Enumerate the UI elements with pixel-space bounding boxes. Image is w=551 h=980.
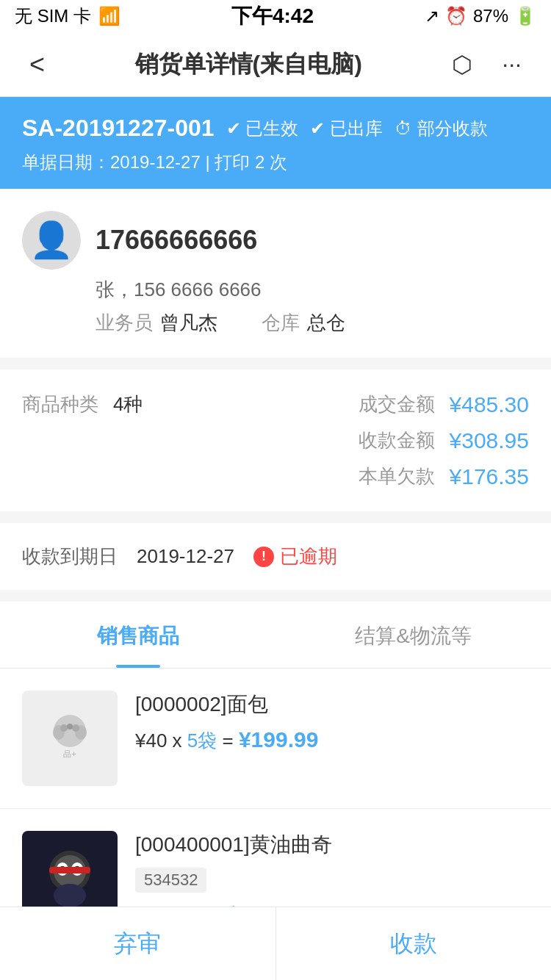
product-tag-cookie: 534532 bbox=[135, 868, 206, 893]
product-details-bread: [0000002]面包 ¥40 x 5袋 = ¥199.99 bbox=[135, 691, 529, 754]
order-id: SA-20191227-001 bbox=[22, 115, 215, 142]
receipt-amount-value: ¥308.95 bbox=[450, 428, 529, 453]
tab-settlement-logistics[interactable]: 结算&物流等 bbox=[276, 602, 551, 668]
page-title: 销货单详情(来自电脑) bbox=[135, 48, 362, 81]
customer-info: 张，156 6666 6666 bbox=[22, 277, 529, 303]
alarm-icon: ⏰ bbox=[445, 6, 467, 26]
deal-amount-label: 成交金额 bbox=[359, 392, 435, 417]
summary-card: 商品种类 4种 成交金额 ¥485.30 收款金额 ¥308.95 本单欠款 ¥… bbox=[0, 370, 551, 511]
debt-amount-value: ¥176.35 bbox=[450, 464, 529, 489]
product-types-value: 4种 bbox=[113, 392, 143, 417]
product-image-bread: 品+ bbox=[22, 691, 118, 786]
status-right: ↗ ⏰ 87% 🔋 bbox=[425, 6, 536, 26]
badge-shipped: ✔ 已出库 bbox=[310, 117, 383, 140]
product-qty-bread: 5袋 bbox=[187, 729, 217, 752]
wifi-icon: 📶 bbox=[98, 6, 120, 26]
avatar: 👤 bbox=[22, 211, 81, 270]
due-date-label: 收款到期日 bbox=[22, 544, 118, 569]
battery-text: 87% bbox=[473, 6, 508, 26]
tabs-bar: 销售商品 结算&物流等 bbox=[0, 602, 551, 669]
due-date-card: 收款到期日 2019-12-27 ! 已逾期 bbox=[0, 523, 551, 590]
due-date-value: 2019-12-27 bbox=[137, 545, 234, 568]
svg-rect-16 bbox=[49, 867, 90, 873]
nav-actions: ⬡ ··· bbox=[444, 43, 529, 86]
svg-point-3 bbox=[60, 724, 68, 732]
product-types-item: 商品种类 4种 bbox=[22, 392, 143, 417]
debt-amount-label: 本单欠款 bbox=[359, 464, 435, 489]
svg-point-5 bbox=[67, 724, 73, 729]
product-name-cookie: [000400001]黄油曲奇 bbox=[135, 831, 529, 859]
salesperson-value: 曾凡杰 bbox=[160, 310, 217, 336]
deal-amount-item: 成交金额 ¥485.30 bbox=[359, 392, 529, 417]
bread-placeholder-icon: 品+ bbox=[40, 709, 99, 768]
status-left: 无 SIM 卡 📶 bbox=[15, 4, 120, 28]
warehouse-value: 总仓 bbox=[307, 310, 345, 336]
share-icon[interactable]: ⬡ bbox=[444, 43, 480, 86]
overdue-badge: ! 已逾期 bbox=[253, 544, 337, 569]
customer-name: 17666666666 bbox=[96, 225, 257, 256]
debt-amount-item: 本单欠款 ¥176.35 bbox=[359, 464, 529, 489]
svg-point-4 bbox=[72, 724, 79, 732]
carrier-text: 无 SIM 卡 bbox=[15, 4, 91, 28]
customer-row: 👤 17666666666 bbox=[22, 211, 529, 270]
salesperson-label: 业务员 bbox=[96, 310, 153, 336]
overdue-text: 已逾期 bbox=[280, 544, 337, 569]
avatar-icon: 👤 bbox=[29, 220, 73, 261]
customer-card: 👤 17666666666 张，156 6666 6666 业务员 曾凡杰 仓库… bbox=[0, 189, 551, 358]
product-item: 品+ [0000002]面包 ¥40 x 5袋 = ¥199.99 bbox=[0, 669, 551, 809]
badge-partial: ⏱ 部分收款 bbox=[395, 117, 488, 140]
overdue-dot-icon: ! bbox=[253, 547, 274, 567]
product-total-bread: ¥199.99 bbox=[239, 727, 318, 752]
more-icon[interactable]: ··· bbox=[494, 43, 529, 85]
battery-icon: 🔋 bbox=[514, 6, 536, 26]
customer-meta: 业务员 曾凡杰 仓库 总仓 bbox=[22, 310, 529, 336]
tab-sales-products[interactable]: 销售商品 bbox=[0, 602, 276, 668]
back-button[interactable]: < bbox=[22, 42, 52, 87]
order-header: SA-20191227-001 ✔ 已生效 ✔ 已出库 ⏱ 部分收款 单据日期：… bbox=[0, 97, 551, 189]
svg-text:品+: 品+ bbox=[63, 749, 76, 758]
warehouse-label: 仓库 bbox=[262, 310, 300, 336]
order-meta: 单据日期：2019-12-27 | 打印 2 次 bbox=[22, 151, 529, 174]
product-price-bread: ¥40 x 5袋 = ¥199.99 bbox=[135, 727, 529, 754]
product-types-label: 商品种类 bbox=[22, 392, 98, 417]
svg-point-17 bbox=[54, 884, 86, 907]
badge-effective: ✔ 已生效 bbox=[226, 117, 299, 140]
abandon-review-button[interactable]: 弃审 bbox=[0, 907, 276, 980]
product-name-bread: [0000002]面包 bbox=[135, 691, 529, 718]
summary-right: 成交金额 ¥485.30 收款金额 ¥308.95 本单欠款 ¥176.35 bbox=[359, 392, 529, 489]
location-icon: ↗ bbox=[425, 6, 439, 26]
salesperson-item: 业务员 曾凡杰 bbox=[96, 310, 217, 336]
collect-payment-button[interactable]: 收款 bbox=[276, 907, 552, 980]
time-display: 下午4:42 bbox=[231, 2, 314, 30]
receipt-amount-label: 收款金额 bbox=[359, 428, 435, 453]
action-bar: 弃审 收款 bbox=[0, 907, 551, 980]
receipt-amount-item: 收款金额 ¥308.95 bbox=[359, 428, 529, 453]
warehouse-item: 仓库 总仓 bbox=[262, 310, 345, 336]
nav-bar: < 销货单详情(来自电脑) ⬡ ··· bbox=[0, 32, 551, 97]
status-badges: ✔ 已生效 ✔ 已出库 ⏱ 部分收款 bbox=[226, 117, 488, 140]
order-header-top: SA-20191227-001 ✔ 已生效 ✔ 已出库 ⏱ 部分收款 bbox=[22, 115, 529, 142]
status-bar: 无 SIM 卡 📶 下午4:42 ↗ ⏰ 87% 🔋 bbox=[0, 0, 551, 32]
summary-left: 商品种类 4种 bbox=[22, 392, 143, 489]
deal-amount-value: ¥485.30 bbox=[450, 392, 529, 417]
